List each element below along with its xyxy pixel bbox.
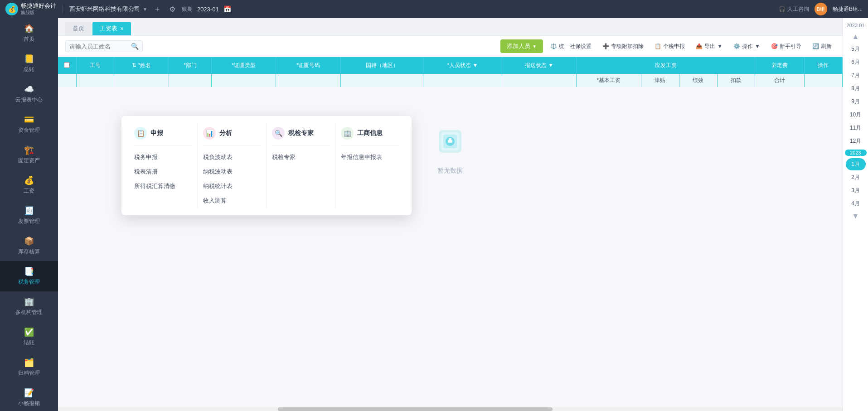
sub-th-empty1 (58, 74, 76, 87)
close-books-icon: ✅ (24, 327, 34, 337)
sub-th-deduction: 扣款 (717, 74, 755, 87)
assets-icon: 🏗️ (24, 145, 34, 155)
menu-item-income-settle[interactable]: 所得税汇算清缴 (134, 179, 192, 193)
cal-month-2022-6[interactable]: 6月 (846, 56, 866, 68)
service-button[interactable]: 🎧 人工咨询 (779, 5, 809, 13)
th-status: *人员状态 ▼ (423, 57, 502, 74)
cal-month-2023-4[interactable]: 4月 (846, 198, 866, 210)
cal-month-2023-1[interactable]: 1月 (846, 158, 866, 170)
sidebar-item-close[interactable]: ✅ 结账 (0, 322, 58, 352)
sidebar-label-multi-org: 多机构管理 (15, 309, 43, 316)
audit-section-title: 税检专家 (288, 129, 314, 137)
menu-item-tax-burden[interactable]: 税负波动表 (203, 150, 261, 164)
social-insurance-button[interactable]: ⚖️ 统一社保设置 (547, 41, 595, 52)
menu-item-audit-expert[interactable]: 税检专家 (272, 150, 330, 164)
add-icon[interactable]: ＋ (152, 3, 163, 16)
horizontal-scrollbar[interactable] (58, 407, 843, 411)
select-all-checkbox[interactable] (64, 62, 70, 68)
sidebar-item-inventory[interactable]: 📦 库存核算 (0, 231, 58, 261)
tab-bar: 首页 工资表 × (58, 18, 843, 36)
sub-th-performance: 绩效 (679, 74, 717, 87)
social-icon: ⚖️ (550, 43, 557, 49)
cal-month-2022-11[interactable]: 11月 (846, 122, 866, 134)
sub-th-empty4 (169, 74, 211, 87)
sub-th-empty8 (423, 74, 502, 87)
sidebar-label-close: 结账 (24, 339, 34, 347)
th-checkbox[interactable] (58, 57, 76, 74)
sidebar-item-tax[interactable]: 📑 税务管理 (0, 261, 58, 291)
user-name[interactable]: 畅捷通B组... (833, 5, 863, 13)
sidebar-item-archive[interactable]: 🗂️ 归档管理 (0, 352, 58, 382)
tab-close-icon[interactable]: × (120, 25, 124, 32)
sidebar-item-multi-org[interactable]: 🏢 多机构管理 (0, 291, 58, 322)
th-submit-status: 报送状态 ▼ (502, 57, 576, 74)
scrollbar-thumb[interactable] (278, 407, 553, 411)
settings-icon[interactable]: ⚙ (167, 3, 177, 15)
cal-down-icon[interactable]: ▼ (850, 210, 861, 222)
cal-month-2022-5[interactable]: 5月 (846, 43, 866, 55)
menu-item-tax-report[interactable]: 税务申报 (134, 150, 192, 164)
report-section-title: 申报 (150, 129, 163, 137)
headset-icon: 🎧 (779, 6, 786, 12)
cal-month-2023-2[interactable]: 2月 (846, 171, 866, 184)
guide-icon2: 🎯 (771, 43, 778, 49)
cal-month-2022-10[interactable]: 10月 (846, 109, 866, 121)
menu-item-income-estimate[interactable]: 收入测算 (203, 193, 261, 208)
cal-month-2022-8[interactable]: 8月 (846, 82, 866, 95)
cal-month-2022-9[interactable]: 9月 (846, 96, 866, 108)
cal-up-icon[interactable]: ▲ (850, 31, 861, 43)
sub-th-empty7 (340, 74, 423, 87)
menu-item-tax-form[interactable]: 税表清册 (134, 164, 192, 179)
sub-th-empty3 (114, 74, 169, 87)
tab-home[interactable]: 首页 (65, 22, 92, 35)
cal-month-2023-3[interactable]: 3月 (846, 184, 866, 197)
operate-icon: ⚙️ (733, 43, 740, 49)
sidebar-label-invoice: 发票管理 (18, 218, 40, 225)
operate-button[interactable]: ⚙️ 操作 ▼ (730, 41, 764, 52)
menu-item-annual-report[interactable]: 年报信息申报表 (341, 150, 399, 164)
dropdown-section-audit: 🔍 税检专家 税检专家 (267, 123, 335, 208)
search-input[interactable] (69, 43, 128, 50)
cal-month-2022-12[interactable]: 12月 (846, 135, 866, 147)
menu-item-tax-wave[interactable]: 纳税波动表 (203, 164, 261, 179)
tax-report-button[interactable]: 📋 个税申报 (651, 41, 689, 52)
th-id-type: *证匮类型 (211, 57, 276, 74)
top-bar-right: 🎧 人工咨询 B组 畅捷通B组... (779, 3, 863, 15)
add-person-button[interactable]: 添加人员 ▼ (500, 39, 543, 53)
refresh-button[interactable]: 🔄 刷新 (809, 41, 835, 52)
period-label: 账期 (182, 5, 193, 13)
cal-month-2022-7[interactable]: 7月 (846, 69, 866, 82)
fund-icon: 💳 (24, 115, 34, 125)
sidebar-item-ledger[interactable]: 📒 总账 (0, 48, 58, 79)
calendar-sidebar: 2023.01 ▲ 5月 6月 7月 8月 9月 10月 11月 12月 202… (843, 18, 868, 411)
top-bar: 💰 畅捷通好会计 旗舰版 西安虾米网络科技有限公司 ▼ ＋ ⚙ 账期 2023-… (0, 0, 868, 18)
sidebar-item-cloud-report[interactable]: ☁️ 云报表中心 (0, 79, 58, 109)
sidebar-item-salary[interactable]: 💰 工资 (0, 170, 58, 200)
main-content: 首页 工资表 × 🔍 添加人员 ▼ ⚖️ 统一社保设置 ➕ (58, 18, 843, 411)
sidebar-item-home[interactable]: 🏠 首页 (0, 18, 58, 48)
special-deduction-button[interactable]: ➕ 专项附加扣除 (599, 41, 647, 52)
sidebar-item-assets[interactable]: 🏗️ 固定资产 (0, 140, 58, 170)
calendar-icon[interactable]: 📅 (223, 5, 231, 13)
analysis-section-title: 分析 (219, 129, 232, 137)
add-chevron-icon: ▼ (532, 44, 537, 49)
inventory-icon: 📦 (24, 236, 34, 246)
logo-icon: 💰 (5, 3, 18, 15)
company-selector[interactable]: 西安虾米网络科技有限公司 ▼ (69, 5, 147, 13)
tab-salary-table[interactable]: 工资表 × (92, 22, 131, 35)
sidebar-item-fund[interactable]: 💳 资金管理 (0, 109, 58, 140)
sidebar-item-invoice[interactable]: 🧾 发票管理 (0, 200, 58, 231)
search-box[interactable]: 🔍 (65, 40, 143, 52)
business-section-title: 工商信息 (357, 129, 383, 137)
dropdown-header-analysis: 📊 分析 (203, 123, 261, 145)
guide-button[interactable]: 🎯 新手引导 (767, 41, 805, 52)
dropdown-header-report: 📋 申报 (134, 123, 192, 145)
export-button[interactable]: 📤 导出 ▼ (692, 41, 726, 52)
sidebar-item-expense[interactable]: 📝 小畅报销 (0, 382, 58, 411)
divider-1 (63, 5, 63, 14)
analysis-section-icon: 📊 (203, 127, 216, 140)
sidebar-label-tax: 税务管理 (18, 278, 40, 286)
sidebar-label-home: 首页 (24, 35, 34, 43)
menu-item-tax-stats[interactable]: 纳税统计表 (203, 179, 261, 193)
sidebar-label-ledger: 总账 (24, 66, 34, 73)
